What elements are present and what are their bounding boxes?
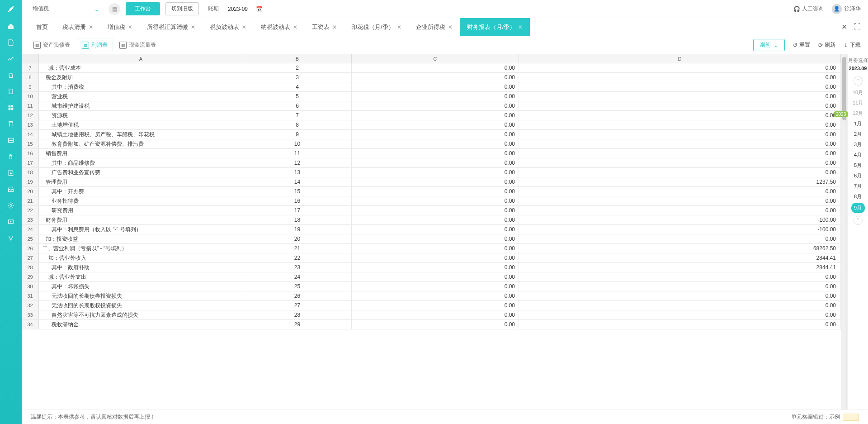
cell[interactable]: 0.00 [352,92,519,101]
cell[interactable]: 其中：商品维修费 [39,158,243,167]
cell[interactable]: 0.00 [352,63,519,72]
nav-tool-icon[interactable] [0,116,22,132]
cell[interactable]: 0.00 [519,120,841,129]
cell[interactable]: 0.00 [519,206,841,215]
cell[interactable]: 0.00 [352,196,519,205]
row-number[interactable]: 28 [22,263,39,272]
cell[interactable]: 6 [243,101,352,110]
cell[interactable]: 0.00 [519,282,841,291]
select-all-corner[interactable] [22,54,39,63]
row-number[interactable]: 14 [22,130,39,139]
month-option[interactable]: 8月 [848,191,868,202]
cell[interactable]: 0.00 [352,301,519,310]
tab-7[interactable]: 印花税（月/季）✕ [344,18,409,36]
cell[interactable]: 其中：政府补助 [39,263,243,272]
row-number[interactable]: 17 [22,158,39,167]
cell[interactable]: 14 [243,177,352,186]
cell[interactable]: 0.00 [352,149,519,158]
cell[interactable]: 0.00 [519,168,841,177]
cell[interactable]: 无法收回的长期债券投资损失 [39,291,243,300]
close-icon[interactable]: ✕ [128,24,132,30]
cell[interactable]: 13 [243,168,352,177]
cell[interactable]: 其中：利息费用（收入以 "-" 号填列） [39,225,243,234]
col-header-d[interactable]: D [519,54,841,63]
cell[interactable]: 0.00 [519,111,841,120]
cell[interactable]: 11 [243,149,352,158]
tab-8[interactable]: 企业所得税✕ [409,18,460,36]
cell[interactable]: 20 [243,234,352,243]
cell[interactable]: 0.00 [352,244,519,253]
tab-2[interactable]: 增值税✕ [100,18,140,36]
month-option[interactable]: 9月 [851,203,865,213]
tab-6[interactable]: 工资表✕ [305,18,344,36]
month-next-button[interactable]: ˅ [854,216,863,225]
row-number[interactable]: 9 [22,82,39,91]
cell[interactable]: 其中：开办费 [39,187,243,196]
cell[interactable]: 0.00 [352,206,519,215]
row-number[interactable]: 23 [22,215,39,224]
cell[interactable]: 加：投资收益 [39,234,243,243]
reset-button[interactable]: ↺ 重置 [793,41,810,49]
cell[interactable]: 0.00 [352,82,519,91]
cell[interactable]: 0.00 [519,130,841,139]
cell[interactable]: 8 [243,120,352,129]
nav-v-icon[interactable] [0,230,22,246]
cell[interactable]: 0.00 [352,111,519,120]
cell[interactable]: 2 [243,63,352,72]
cell[interactable]: 0.00 [519,272,841,281]
cell[interactable]: 其中：坏账损失 [39,282,243,291]
cell[interactable]: 22 [243,253,352,262]
cell[interactable]: 0.00 [352,139,519,148]
cell[interactable]: 0.00 [519,301,841,310]
cell[interactable]: 税收滞纳金 [39,320,243,329]
subtab-cashflow[interactable]: ▦ 现金流量表 [115,38,160,52]
cell[interactable]: 0.00 [519,82,841,91]
nav-inbox-icon[interactable] [0,181,22,197]
row-number[interactable]: 19 [22,177,39,186]
cell[interactable]: 0.00 [519,196,841,205]
cell[interactable]: 0.00 [352,291,519,300]
cell[interactable]: 0.00 [352,282,519,291]
cell[interactable]: 营业税 [39,92,243,101]
cell[interactable]: 26 [243,291,352,300]
cell[interactable]: 0.00 [352,272,519,281]
cell[interactable]: 0.00 [519,158,841,167]
nav-image-icon[interactable] [0,132,22,148]
close-icon[interactable]: ✕ [89,24,93,30]
close-icon[interactable]: ✕ [518,24,523,30]
cell[interactable]: 0.00 [519,73,841,82]
cell[interactable]: 0.00 [352,263,519,272]
cell[interactable]: 19 [243,225,352,234]
cell[interactable]: 自然灾害等不可抗力因素造成的损失 [39,310,243,319]
cell[interactable]: 5 [243,92,352,101]
row-number[interactable]: 32 [22,301,39,310]
tab-9[interactable]: 财务报表（月/季）✕ [460,18,530,36]
cell[interactable]: 10 [243,139,352,148]
cell[interactable]: 17 [243,206,352,215]
row-number[interactable]: 26 [22,244,39,253]
cell[interactable]: 广告费和业务宣传费 [39,168,243,177]
cell[interactable]: 0.00 [352,101,519,110]
row-number[interactable]: 11 [22,101,39,110]
close-icon[interactable]: ✕ [191,24,195,30]
row-number[interactable]: 30 [22,282,39,291]
cell[interactable]: 销售费用 [39,149,243,158]
cell[interactable]: 教育费附加、矿产资源补偿费、排污费 [39,139,243,148]
cell[interactable]: 0.00 [519,234,841,243]
subtab-balance-sheet[interactable]: ▦ 资产负债表 [29,38,75,52]
cell[interactable]: 无法收回的长期股权投资损失 [39,301,243,310]
cell[interactable]: 减：营业外支出 [39,272,243,281]
cell[interactable]: 15 [243,187,352,196]
switch-version-button[interactable]: 切到旧版 [165,2,199,15]
row-number[interactable]: 24 [22,225,39,234]
cell[interactable]: 0.00 [519,310,841,319]
calendar-icon[interactable]: 📅 [256,6,263,12]
row-number[interactable]: 34 [22,320,39,329]
cell[interactable]: 0.00 [352,120,519,129]
cell[interactable]: -100.00 [519,215,841,224]
col-header-b[interactable]: B [243,54,352,63]
row-number[interactable]: 20 [22,187,39,196]
month-option[interactable]: 5月 [848,160,868,171]
nav-bag-icon[interactable] [0,67,22,83]
nav-clipboard-icon[interactable] [0,83,22,100]
